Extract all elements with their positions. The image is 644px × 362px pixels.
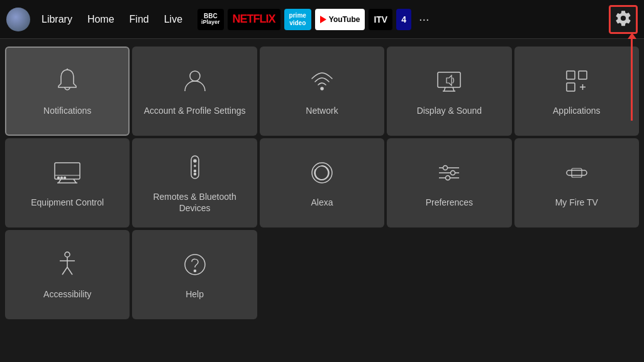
remote-icon bbox=[180, 152, 210, 185]
svg-point-31 bbox=[443, 165, 448, 170]
tile-alexa[interactable]: Alexa bbox=[260, 138, 384, 228]
accessibility-icon bbox=[52, 250, 82, 282]
bell-icon bbox=[52, 66, 82, 99]
tile-preferences[interactable]: Preferences bbox=[387, 138, 511, 228]
wifi-icon bbox=[307, 66, 337, 99]
svg-line-14 bbox=[58, 179, 61, 183]
youtube-badge[interactable]: YouTube bbox=[315, 9, 365, 30]
nav-links: Library Home Find Live bbox=[42, 14, 182, 25]
tile-accessibility[interactable]: Accessibility bbox=[5, 230, 130, 319]
tile-display-sound[interactable]: Display & Sound bbox=[387, 47, 511, 136]
tile-accessibility-label: Accessibility bbox=[43, 288, 91, 300]
tile-account-label: Account & Profile Settings bbox=[144, 105, 246, 116]
tile-help[interactable]: Help bbox=[132, 230, 257, 319]
svg-rect-3 bbox=[438, 72, 460, 87]
display-icon bbox=[434, 66, 464, 99]
tile-remotes-label: Remotes & Bluetooth Devices bbox=[137, 191, 252, 214]
svg-point-42 bbox=[194, 270, 196, 272]
settings-button[interactable] bbox=[609, 5, 638, 34]
svg-line-40 bbox=[67, 267, 72, 275]
svg-point-32 bbox=[451, 170, 455, 175]
svg-rect-9 bbox=[567, 83, 575, 91]
prime-video-badge[interactable]: prime video bbox=[284, 9, 311, 30]
tile-applications-label: Applications bbox=[553, 105, 601, 116]
svg-rect-35 bbox=[572, 168, 582, 177]
nav-apps: BBC iPlayer NETFLIX prime video YouTube … bbox=[197, 9, 606, 30]
gear-icon bbox=[614, 9, 632, 30]
apps-icon bbox=[562, 66, 592, 99]
more-apps-button[interactable]: ··· bbox=[419, 12, 430, 26]
tile-alexa-label: Alexa bbox=[311, 197, 333, 208]
tile-account[interactable]: Account & Profile Settings bbox=[132, 47, 257, 136]
tile-myfiretv[interactable]: My Fire TV bbox=[514, 138, 639, 228]
svg-point-1 bbox=[190, 71, 200, 81]
svg-rect-7 bbox=[567, 71, 575, 79]
person-icon bbox=[180, 66, 210, 99]
monitor-icon bbox=[52, 158, 82, 190]
svg-line-15 bbox=[74, 179, 76, 183]
nav-library[interactable]: Library bbox=[42, 14, 72, 25]
svg-point-36 bbox=[65, 252, 70, 257]
firetv-icon bbox=[562, 158, 592, 190]
svg-point-2 bbox=[321, 87, 323, 90]
svg-point-17 bbox=[58, 177, 60, 178]
user-avatar[interactable] bbox=[6, 8, 30, 31]
nav-home[interactable]: Home bbox=[87, 14, 114, 25]
tile-myfiretv-label: My Fire TV bbox=[555, 197, 598, 208]
tile-network[interactable]: Network bbox=[260, 47, 384, 136]
channel4-badge[interactable]: 4 bbox=[396, 9, 411, 30]
tile-equipment[interactable]: Equipment Control bbox=[5, 138, 130, 228]
svg-point-24 bbox=[194, 170, 196, 172]
sliders-icon bbox=[434, 158, 464, 190]
tile-help-label: Help bbox=[186, 288, 204, 300]
svg-point-19 bbox=[64, 177, 66, 178]
tile-notifications-label: Notifications bbox=[43, 105, 91, 116]
tile-display-sound-label: Display & Sound bbox=[417, 105, 482, 116]
itv-badge[interactable]: ITV bbox=[369, 9, 392, 30]
tile-applications[interactable]: Applications bbox=[514, 47, 639, 136]
alexa-icon bbox=[307, 158, 337, 190]
settings-grid: Notifications Account & Profile Settings… bbox=[0, 41, 644, 324]
top-navigation: Library Home Find Live BBC iPlayer NETFL… bbox=[0, 0, 644, 39]
tile-network-label: Network bbox=[306, 105, 338, 116]
red-arrow-indicator bbox=[631, 39, 633, 121]
svg-line-5 bbox=[453, 87, 454, 91]
bbc-iplayer-badge[interactable]: BBC iPlayer bbox=[197, 9, 224, 30]
help-icon bbox=[180, 250, 210, 282]
svg-rect-34 bbox=[567, 170, 587, 175]
tile-notifications[interactable]: Notifications bbox=[5, 47, 130, 136]
svg-point-25 bbox=[194, 173, 196, 175]
svg-point-21 bbox=[194, 160, 196, 162]
tile-remotes[interactable]: Remotes & Bluetooth Devices bbox=[132, 138, 257, 228]
tile-equipment-label: Equipment Control bbox=[31, 197, 104, 208]
svg-line-4 bbox=[444, 87, 445, 91]
nav-find[interactable]: Find bbox=[130, 14, 149, 25]
svg-line-39 bbox=[62, 267, 67, 275]
svg-point-18 bbox=[61, 177, 63, 178]
tile-preferences-label: Preferences bbox=[426, 197, 473, 208]
svg-rect-8 bbox=[579, 71, 587, 79]
nav-live[interactable]: Live bbox=[164, 14, 182, 25]
svg-point-33 bbox=[446, 175, 450, 180]
netflix-badge[interactable]: NETFLIX bbox=[228, 9, 280, 30]
